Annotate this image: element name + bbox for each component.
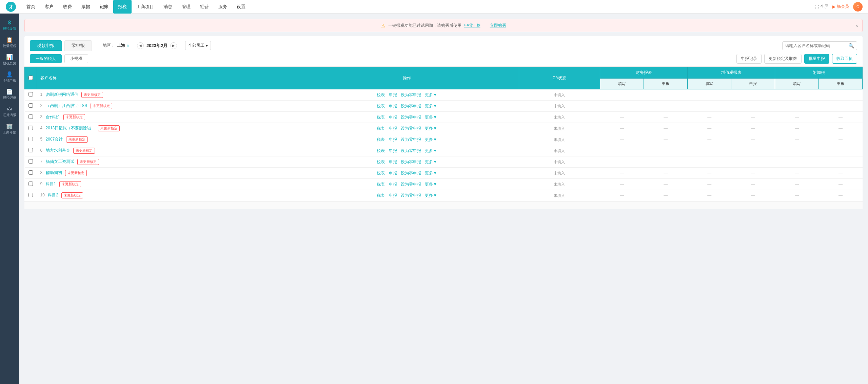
client-name-8[interactable]: 科目1	[46, 182, 56, 186]
info-icon[interactable]: ℹ	[127, 43, 129, 48]
nav-business[interactable]: 工商项目	[132, 0, 159, 14]
op-tax-sheet-8[interactable]: 税表	[377, 182, 385, 187]
sidebar-item-annual-report[interactable]: 🏢 工商年报	[0, 120, 19, 137]
client-name-5[interactable]: 地方水利基金	[46, 148, 70, 153]
op-zero-declare-9[interactable]: 设为零申报	[401, 193, 421, 198]
row-checkbox-3[interactable]	[28, 126, 33, 130]
nav-manage[interactable]: 管理	[177, 0, 195, 14]
row-checkbox-1[interactable]	[28, 103, 33, 108]
op-declare-1[interactable]: 申报	[389, 104, 397, 108]
client-name-1[interactable]: （勿删）江西股宝-LSS	[46, 103, 87, 108]
nav-tax[interactable]: 报税	[113, 0, 132, 14]
sidebar-item-tax-record[interactable]: 📄 报税记录	[0, 85, 19, 103]
op-more-9[interactable]: 更多▼	[425, 193, 437, 198]
search-input[interactable]	[785, 43, 846, 48]
row-checkbox-6[interactable]	[28, 159, 33, 164]
op-more-6[interactable]: 更多▼	[425, 159, 437, 164]
nav-operation[interactable]: 经营	[195, 0, 214, 14]
sidebar-item-settlement[interactable]: 🗂 汇算清缴	[0, 103, 19, 120]
op-tax-sheet-6[interactable]: 税表	[377, 159, 385, 164]
op-more-4[interactable]: 更多▼	[425, 137, 437, 142]
op-more-8[interactable]: 更多▼	[425, 182, 437, 187]
op-tax-sheet-9[interactable]: 税表	[377, 193, 385, 198]
op-declare-7[interactable]: 申报	[389, 171, 397, 175]
op-declare-3[interactable]: 申报	[389, 126, 397, 131]
op-zero-declare-2[interactable]: 设为零申报	[401, 115, 421, 120]
banner-link-buy[interactable]: 立即购买	[490, 23, 506, 28]
row-checkbox-0[interactable]	[28, 92, 33, 97]
nav-message[interactable]: 消息	[159, 0, 177, 14]
nav-settings[interactable]: 设置	[232, 0, 250, 14]
avatar[interactable]: C	[853, 2, 863, 12]
op-more-3[interactable]: 更多▼	[425, 126, 437, 131]
op-tax-sheet-7[interactable]: 税表	[377, 171, 385, 175]
op-tax-sheet-4[interactable]: 税表	[377, 137, 385, 142]
declaration-record-button[interactable]: 申报记录	[736, 54, 762, 64]
client-name-4[interactable]: 2007会计	[46, 137, 63, 142]
search-icon[interactable]: 🔍	[848, 43, 854, 48]
sidebar-item-tax-settings[interactable]: ⚙ 报税设置	[0, 16, 19, 34]
op-zero-declare-4[interactable]: 设为零申报	[401, 137, 421, 142]
op-zero-declare-3[interactable]: 设为零申报	[401, 126, 421, 131]
op-declare-0[interactable]: 申报	[389, 92, 397, 97]
client-name-6[interactable]: 杨仙女工资测试	[46, 159, 74, 164]
op-more-5[interactable]: 更多▼	[425, 148, 437, 153]
op-zero-declare-7[interactable]: 设为零申报	[401, 171, 421, 175]
nav-invoice[interactable]: 票据	[77, 0, 95, 14]
nav-client[interactable]: 客户	[40, 0, 58, 14]
client-name-2[interactable]: 合作社1	[46, 114, 60, 119]
next-month-button[interactable]: ▶	[170, 42, 177, 49]
staff-selector[interactable]: 全部员工 ▾	[185, 41, 211, 50]
nav-service[interactable]: 服务	[214, 0, 232, 14]
op-declare-8[interactable]: 申报	[389, 182, 397, 187]
row-checkbox-8[interactable]	[28, 182, 33, 186]
update-tax-button[interactable]: 更新税定及取数	[764, 54, 802, 64]
client-name-9[interactable]: 科目2	[48, 193, 58, 197]
nav-billing[interactable]: 收费	[58, 0, 77, 14]
op-tax-sheet-0[interactable]: 税表	[377, 92, 385, 97]
op-zero-declare-6[interactable]: 设为零申报	[401, 159, 421, 164]
prev-month-button[interactable]: ◀	[137, 42, 144, 49]
sidebar-item-personal-tax[interactable]: 👤 个税申报	[0, 68, 19, 85]
op-zero-declare-0[interactable]: 设为零申报	[401, 92, 421, 97]
client-name-7[interactable]: 辅助期初	[46, 170, 62, 175]
op-zero-declare-1[interactable]: 设为零申报	[401, 104, 421, 108]
tab-small-scale[interactable]: 小规模	[64, 54, 88, 63]
tab-general-taxpayer[interactable]: 一般的税人	[30, 54, 62, 63]
app-logo[interactable]: 才	[5, 1, 16, 12]
op-declare-6[interactable]: 申报	[389, 159, 397, 164]
row-checkbox-4[interactable]	[28, 137, 33, 141]
op-tax-sheet-1[interactable]: 税表	[377, 104, 385, 108]
banner-link-report[interactable]: 申报汇签	[464, 23, 480, 28]
row-checkbox-7[interactable]	[28, 170, 33, 175]
op-zero-declare-5[interactable]: 设为零申报	[401, 148, 421, 153]
row-checkbox-5[interactable]	[28, 148, 33, 152]
tab-zero-declaration[interactable]: 零申报	[64, 40, 92, 51]
batch-declare-button[interactable]: 批量申报	[804, 54, 829, 64]
client-name-3[interactable]: 2013日记账（不要删除啦...	[46, 126, 95, 130]
sidebar-item-batch-tax[interactable]: 📋 批量报税	[0, 34, 19, 51]
op-declare-4[interactable]: 申报	[389, 137, 397, 142]
op-declare-9[interactable]: 申报	[389, 193, 397, 198]
collect-receipt-button[interactable]: 收取回执	[832, 54, 857, 64]
member-button[interactable]: ▶ 畅会员	[832, 4, 849, 9]
nav-home[interactable]: 首页	[22, 0, 40, 14]
op-more-2[interactable]: 更多▼	[425, 115, 437, 120]
op-tax-sheet-5[interactable]: 税表	[377, 148, 385, 153]
op-tax-sheet-2[interactable]: 税表	[377, 115, 385, 120]
nav-accounting[interactable]: 记账	[95, 0, 113, 14]
tab-tax-declaration[interactable]: 税款申报	[30, 40, 62, 51]
client-name-0[interactable]: 勿删新税网络通信	[46, 92, 78, 97]
op-tax-sheet-3[interactable]: 税表	[377, 126, 385, 131]
sidebar-item-tax-overview[interactable]: 📊 报税总览	[0, 51, 19, 68]
fullscreen-button[interactable]: ⛶ 全屏	[815, 4, 828, 9]
op-more-0[interactable]: 更多▼	[425, 92, 437, 97]
op-declare-2[interactable]: 申报	[389, 115, 397, 120]
op-more-1[interactable]: 更多▼	[425, 104, 437, 108]
op-declare-5[interactable]: 申报	[389, 148, 397, 153]
row-checkbox-9[interactable]	[28, 193, 33, 197]
banner-close-button[interactable]: ×	[855, 23, 858, 28]
op-zero-declare-8[interactable]: 设为零申报	[401, 182, 421, 187]
op-more-7[interactable]: 更多▼	[425, 171, 437, 175]
select-all-checkbox[interactable]	[28, 76, 33, 80]
